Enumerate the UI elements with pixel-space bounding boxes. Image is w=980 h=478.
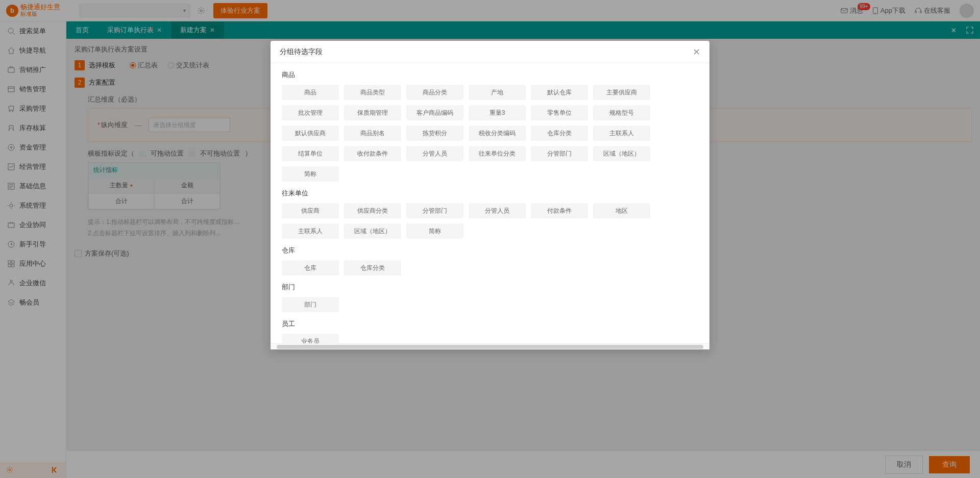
field-chip[interactable]: 默认仓库 xyxy=(531,85,588,100)
modal-title: 分组待选字段 xyxy=(280,47,323,57)
field-group-4: 员工业务员 xyxy=(282,319,698,343)
chip-row: 业务员 xyxy=(282,334,698,343)
field-chip[interactable]: 税收分类编码 xyxy=(469,125,526,141)
field-chip[interactable]: 商品别名 xyxy=(344,125,401,141)
field-chip[interactable]: 规格型号 xyxy=(593,105,650,120)
field-group-0: 商品商品商品类型商品分类产地默认仓库主要供应商批次管理保质期管理客户商品编码重量… xyxy=(282,70,698,182)
field-chip[interactable]: 主联系人 xyxy=(282,223,339,239)
field-chip[interactable]: 保质期管理 xyxy=(344,105,401,120)
field-chip[interactable]: 区域（地区） xyxy=(593,146,650,161)
field-chip[interactable]: 重量3 xyxy=(469,105,526,120)
field-chip[interactable]: 商品分类 xyxy=(406,85,463,100)
field-chip[interactable]: 部门 xyxy=(282,297,339,312)
field-chip[interactable]: 批次管理 xyxy=(282,105,339,120)
scrollbar-thumb[interactable] xyxy=(277,345,703,349)
field-group-title: 部门 xyxy=(282,283,698,292)
field-group-2: 仓库仓库仓库分类 xyxy=(282,246,698,275)
field-group-1: 往来单位供应商供应商分类分管部门分管人员付款条件地区主联系人区域（地区）简称 xyxy=(282,189,698,239)
field-chip[interactable]: 供应商分类 xyxy=(344,203,401,218)
field-chip[interactable]: 结算单位 xyxy=(282,146,339,161)
chip-row: 供应商供应商分类分管部门分管人员付款条件地区主联系人区域（地区）简称 xyxy=(282,203,698,239)
field-chip[interactable]: 主联系人 xyxy=(593,125,650,141)
modal-header: 分组待选字段 ✕ xyxy=(271,41,709,63)
field-chip[interactable]: 零售单位 xyxy=(531,105,588,120)
field-picker-modal: 分组待选字段 ✕ 商品商品商品类型商品分类产地默认仓库主要供应商批次管理保质期管… xyxy=(271,41,709,349)
close-icon[interactable]: ✕ xyxy=(693,46,700,58)
modal-body[interactable]: 商品商品商品类型商品分类产地默认仓库主要供应商批次管理保质期管理客户商品编码重量… xyxy=(271,63,709,343)
field-chip[interactable]: 默认供应商 xyxy=(282,125,339,141)
field-chip[interactable]: 分管人员 xyxy=(469,203,526,218)
field-chip[interactable]: 地区 xyxy=(593,203,650,218)
field-chip[interactable]: 区域（地区） xyxy=(344,223,401,239)
field-chip[interactable]: 仓库分类 xyxy=(344,260,401,275)
field-group-title: 往来单位 xyxy=(282,189,698,198)
field-chip[interactable]: 往来单位分类 xyxy=(469,146,526,161)
field-group-3: 部门部门 xyxy=(282,283,698,312)
chip-row: 仓库仓库分类 xyxy=(282,260,698,275)
field-chip[interactable]: 分管部门 xyxy=(406,203,463,218)
field-chip[interactable]: 付款条件 xyxy=(531,203,588,218)
field-chip[interactable]: 业务员 xyxy=(282,334,339,343)
field-chip[interactable]: 分管人员 xyxy=(406,146,463,161)
field-chip[interactable]: 主要供应商 xyxy=(593,85,650,100)
field-chip[interactable]: 拣货积分 xyxy=(406,125,463,141)
field-group-title: 商品 xyxy=(282,70,698,80)
modal-horizontal-scrollbar[interactable] xyxy=(271,343,709,349)
chip-row: 商品商品类型商品分类产地默认仓库主要供应商批次管理保质期管理客户商品编码重量3零… xyxy=(282,85,698,182)
field-chip[interactable]: 仓库分类 xyxy=(531,125,588,141)
field-chip[interactable]: 商品 xyxy=(282,85,339,100)
field-chip[interactable]: 简称 xyxy=(406,223,463,239)
chip-row: 部门 xyxy=(282,297,698,312)
field-chip[interactable]: 商品类型 xyxy=(344,85,401,100)
field-chip[interactable]: 分管部门 xyxy=(531,146,588,161)
field-chip[interactable]: 收付款条件 xyxy=(344,146,401,161)
field-chip[interactable]: 简称 xyxy=(282,166,339,182)
field-chip[interactable]: 客户商品编码 xyxy=(406,105,463,120)
field-chip[interactable]: 产地 xyxy=(469,85,526,100)
field-chip[interactable]: 仓库 xyxy=(282,260,339,275)
field-group-title: 仓库 xyxy=(282,246,698,255)
field-group-title: 员工 xyxy=(282,319,698,329)
field-chip[interactable]: 供应商 xyxy=(282,203,339,218)
